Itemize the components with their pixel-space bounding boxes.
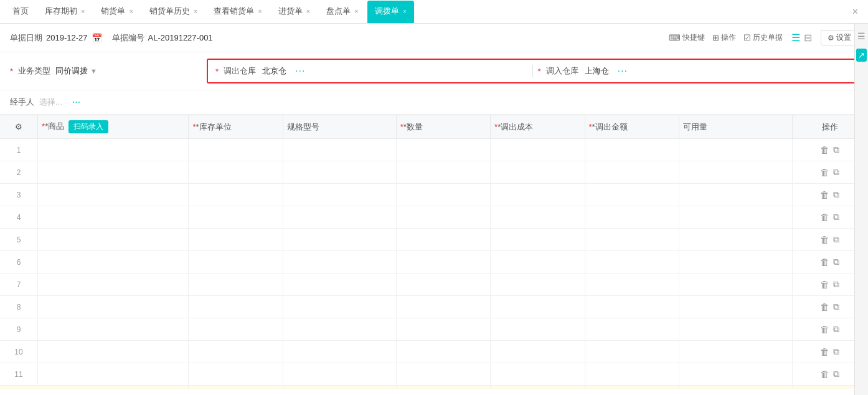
row-delete-icon[interactable]: 🗑 [820, 234, 829, 245]
shortcut-button[interactable]: ⌨ 快捷键 [669, 32, 705, 43]
row-copy-icon[interactable]: ⧉ [833, 302, 839, 312]
row-product[interactable] [38, 274, 189, 296]
row-cost[interactable] [491, 341, 585, 363]
row-amount[interactable] [585, 296, 679, 318]
row-delete-icon[interactable]: 🗑 [820, 145, 829, 155]
row-delete-icon[interactable]: 🗑 [820, 302, 829, 312]
tab-purchase[interactable]: 进货单 × [271, 1, 318, 23]
operation-button[interactable]: ⊞ 操作 [712, 32, 736, 43]
row-copy-icon[interactable]: ⧉ [833, 234, 839, 245]
row-product[interactable] [38, 363, 189, 386]
setting-button[interactable]: ⚙ 设置 [821, 30, 858, 45]
row-product[interactable] [38, 206, 189, 229]
row-delete-icon[interactable]: 🗑 [820, 167, 829, 178]
row-amount[interactable] [585, 274, 679, 296]
row-copy-icon[interactable]: ⧉ [833, 279, 839, 290]
business-type-select[interactable]: 同价调拨 ▼ [55, 65, 97, 77]
tab-purchase-close[interactable]: × [306, 7, 310, 15]
tab-sales-order[interactable]: 销货单 × [93, 1, 140, 23]
row-delete-icon[interactable]: 🗑 [820, 212, 829, 222]
row-copy-icon[interactable]: ⧉ [833, 189, 839, 200]
row-qty[interactable] [396, 274, 490, 296]
tab-transfer-close[interactable]: × [403, 7, 407, 15]
row-delete-icon[interactable]: 🗑 [820, 279, 829, 290]
person-more-icon[interactable]: ··· [72, 97, 80, 108]
tab-sales-history-close[interactable]: × [194, 7, 197, 15]
row-cost[interactable] [491, 229, 585, 251]
row-cost[interactable] [491, 161, 585, 184]
transfer-in-more-icon[interactable]: ··· [613, 65, 633, 77]
row-qty[interactable] [396, 206, 490, 229]
tab-inventory-check-close[interactable]: × [354, 7, 358, 15]
row-cost[interactable] [491, 184, 585, 206]
row-qty[interactable] [396, 341, 490, 363]
row-qty[interactable] [396, 318, 490, 341]
row-delete-icon[interactable]: 🗑 [820, 346, 829, 357]
row-copy-icon[interactable]: ⧉ [833, 346, 839, 357]
row-cost[interactable] [491, 251, 585, 274]
row-cost[interactable] [491, 139, 585, 161]
row-amount[interactable] [585, 251, 679, 274]
row-product[interactable] [38, 139, 189, 161]
row-qty[interactable] [396, 296, 490, 318]
row-amount[interactable] [585, 341, 679, 363]
layout-list-icon[interactable]: ☰ [790, 32, 801, 44]
row-amount[interactable] [585, 184, 679, 206]
tab-inventory-init-close[interactable]: × [81, 7, 85, 15]
row-cost[interactable] [491, 318, 585, 341]
row-qty[interactable] [396, 251, 490, 274]
row-amount[interactable] [585, 206, 679, 229]
row-cost[interactable] [491, 363, 585, 386]
row-delete-icon[interactable]: 🗑 [820, 257, 829, 267]
history-button[interactable]: ☑ 历史单据 [743, 32, 783, 43]
row-qty[interactable] [396, 184, 490, 206]
row-product[interactable] [38, 251, 189, 274]
row-copy-icon[interactable]: ⧉ [833, 324, 839, 335]
row-amount[interactable] [585, 363, 679, 386]
row-qty[interactable] [396, 161, 490, 184]
row-qty[interactable] [396, 139, 490, 161]
row-amount[interactable] [585, 318, 679, 341]
row-qty[interactable] [396, 363, 490, 386]
tab-home[interactable]: 首页 [5, 1, 36, 23]
row-copy-icon[interactable]: ⧉ [833, 145, 839, 155]
row-copy-icon[interactable]: ⧉ [833, 167, 839, 178]
row-copy-icon[interactable]: ⧉ [833, 257, 839, 267]
row-product[interactable] [38, 296, 189, 318]
sidebar-list-icon[interactable]: ☰ [855, 29, 868, 44]
tab-inventory-check[interactable]: 盘点单 × [319, 1, 366, 23]
row-delete-icon[interactable]: 🗑 [820, 369, 829, 379]
row-cost[interactable] [491, 206, 585, 229]
row-cost[interactable] [491, 296, 585, 318]
tab-transfer[interactable]: 调拨单 × [367, 1, 414, 23]
row-copy-icon[interactable]: ⧉ [833, 212, 839, 222]
row-cost[interactable] [491, 274, 585, 296]
row-amount[interactable] [585, 229, 679, 251]
row-product[interactable] [38, 184, 189, 206]
person-select[interactable]: 选择... [39, 97, 62, 108]
row-product[interactable] [38, 229, 189, 251]
row-amount[interactable] [585, 139, 679, 161]
calendar-icon[interactable]: 📅 [92, 33, 102, 43]
row-product[interactable] [38, 341, 189, 363]
tab-view-sales[interactable]: 查看销货单 × [206, 1, 269, 23]
scan-button[interactable]: 扫码录入 [68, 120, 108, 133]
row-product[interactable] [38, 161, 189, 184]
layout-grid-icon[interactable]: ⊟ [803, 32, 813, 44]
close-all-button[interactable]: × [847, 6, 863, 17]
row-delete-icon[interactable]: 🗑 [820, 189, 829, 200]
tab-sales-order-close[interactable]: × [129, 7, 133, 15]
table-header-gear[interactable]: ⚙ [0, 115, 38, 139]
shortcut-icon: ⌨ [669, 33, 681, 42]
tab-sales-history[interactable]: 销货单历史 × [142, 1, 205, 23]
tab-inventory-init[interactable]: 库存期初 × [37, 1, 92, 23]
sidebar-export-icon[interactable]: ↗ [856, 49, 867, 62]
row-amount[interactable] [585, 161, 679, 184]
row-product[interactable] [38, 318, 189, 341]
transfer-out-value: 北京仓 [262, 65, 286, 77]
row-qty[interactable] [396, 229, 490, 251]
tab-view-sales-close[interactable]: × [258, 7, 262, 15]
row-copy-icon[interactable]: ⧉ [833, 369, 839, 379]
row-delete-icon[interactable]: 🗑 [820, 324, 829, 335]
transfer-out-more-icon[interactable]: ··· [290, 65, 310, 77]
